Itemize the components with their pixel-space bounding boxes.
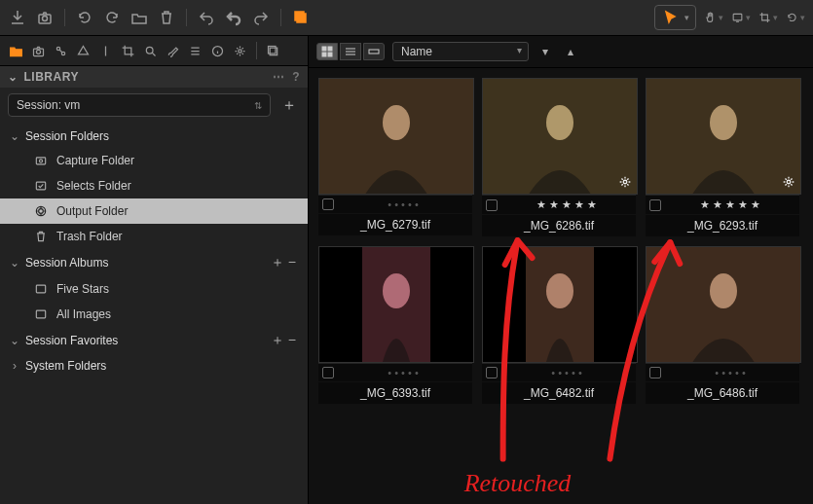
camera-icon[interactable]	[35, 8, 55, 27]
section-system-folders[interactable]: ›System Folders	[0, 354, 308, 378]
tool-gear-icon[interactable]	[232, 43, 248, 59]
add-button[interactable]: ＋	[271, 254, 288, 270]
main-toolbar: ▾▾▾▾▾	[0, 0, 813, 36]
tool-brush-icon[interactable]	[165, 43, 181, 59]
sort-selector[interactable]: Name	[392, 42, 529, 61]
sort-label: Name	[401, 45, 432, 58]
tool-line-icon[interactable]	[97, 43, 114, 59]
svg-point-33	[623, 180, 627, 184]
session-selector[interactable]: Session: vm ⇅	[8, 93, 271, 117]
tree-item-selects-folder[interactable]: Selects Folder	[0, 173, 308, 198]
tree-item-output-folder[interactable]: Output Folder	[0, 198, 308, 224]
thumbnail-image[interactable]	[646, 78, 801, 195]
star-rating[interactable]: ★ ★ ★ ★ ★	[501, 198, 632, 211]
rating-bar[interactable]: • • • • •	[318, 363, 472, 381]
section-session-albums[interactable]: ⌄Session Albums＋−	[0, 249, 308, 276]
tree-item-capture-folder[interactable]: Capture Folder	[0, 148, 308, 173]
trash-icon[interactable]	[157, 8, 176, 27]
import-icon[interactable]	[8, 8, 27, 27]
svg-point-15	[39, 160, 42, 162]
thumbnail-image[interactable]	[646, 246, 801, 363]
undo-bold-icon[interactable]	[224, 8, 243, 27]
thumbnail-image[interactable]	[318, 246, 474, 363]
rating-bar[interactable]: • • • • •	[318, 195, 472, 213]
select-checkbox[interactable]	[486, 199, 498, 211]
help-icon[interactable]: ?	[292, 70, 300, 84]
thumbnail[interactable]: • • • • •_MG_6279.tif	[318, 78, 472, 236]
capture-icon	[33, 153, 49, 168]
thumbnail-image[interactable]	[482, 78, 638, 195]
tool-shape-icon[interactable]	[75, 43, 92, 59]
svg-point-1	[43, 17, 48, 21]
tool-link-icon[interactable]	[53, 43, 69, 59]
tool-crop-icon[interactable]	[120, 43, 136, 59]
thumbnail-image[interactable]	[482, 246, 638, 363]
rotate-left-icon[interactable]	[75, 8, 94, 27]
gear-icon[interactable]	[781, 174, 796, 190]
star-rating[interactable]: ★ ★ ★ ★ ★	[665, 198, 795, 211]
sort-direction-button[interactable]: ▾	[536, 43, 554, 60]
select-checkbox[interactable]	[649, 367, 661, 378]
tool-list-icon[interactable]	[187, 43, 203, 59]
panel-layout-icon[interactable]	[265, 43, 281, 59]
folder-open-icon[interactable]	[129, 8, 149, 27]
svg-point-40	[546, 273, 573, 308]
select-checkbox[interactable]	[322, 198, 334, 210]
section-session-folders[interactable]: ⌄Session Folders	[0, 125, 308, 148]
hand-tool[interactable]: ▾	[704, 8, 723, 27]
select-checkbox[interactable]	[322, 367, 334, 378]
tree-item-label: All Images	[56, 307, 111, 321]
rating-bar[interactable]: • • • • •	[646, 363, 799, 381]
select-checkbox[interactable]	[486, 367, 498, 378]
rating-bar[interactable]: • • • • •	[482, 363, 636, 381]
windows-icon[interactable]	[291, 8, 311, 27]
rotate-tool[interactable]: ▾	[786, 8, 805, 27]
rating-bar[interactable]: ★ ★ ★ ★ ★	[482, 195, 636, 214]
tool-folder-icon[interactable]	[8, 43, 24, 59]
gear-icon[interactable]	[617, 174, 633, 190]
section-label: Session Folders	[25, 129, 109, 143]
star-rating[interactable]: • • • • •	[665, 367, 795, 378]
library-header[interactable]: ⌄ LIBRARY ⋯ ?	[0, 66, 308, 88]
thumbnail[interactable]: • • • • •_MG_6482.tif	[482, 246, 636, 404]
thumbnail[interactable]: • • • • •_MG_6486.tif	[646, 246, 799, 404]
list-view-button[interactable]	[340, 43, 361, 60]
remove-button[interactable]: −	[288, 254, 300, 270]
add-session-button[interactable]: ＋	[278, 94, 300, 116]
sort-direction-up-button[interactable]: ▴	[562, 43, 579, 60]
thumbnail[interactable]: ★ ★ ★ ★ ★_MG_6286.tif	[482, 78, 636, 236]
grid-view-button[interactable]	[316, 43, 338, 60]
section-label: System Folders	[25, 359, 106, 373]
redo-icon[interactable]	[251, 8, 271, 27]
more-icon[interactable]: ⋯	[273, 70, 285, 84]
add-button[interactable]: ＋	[271, 332, 288, 347]
tree-item-all-images[interactable]: All Images	[0, 302, 308, 327]
filmstrip-view-button[interactable]	[363, 43, 385, 60]
tool-camera-icon[interactable]	[30, 43, 47, 59]
screen-tool[interactable]: ▾	[731, 8, 751, 27]
tool-search-icon[interactable]	[142, 43, 159, 59]
star-rating[interactable]: • • • • •	[338, 367, 468, 378]
tree-item-five-stars[interactable]: Five Stars	[0, 276, 308, 302]
star-rating[interactable]: • • • • •	[338, 198, 468, 210]
filename-label: _MG_6286.tif	[482, 214, 636, 236]
section-session-favorites[interactable]: ⌄Session Favorites＋−	[0, 327, 308, 354]
rotate-right-icon[interactable]	[102, 8, 122, 27]
tool-info-icon[interactable]	[209, 43, 226, 59]
star-rating[interactable]: • • • • •	[501, 367, 632, 378]
tree-item-trash-folder[interactable]: Trash Folder	[0, 224, 308, 249]
crop-tool[interactable]: ▾	[758, 8, 778, 27]
tree-item-label: Output Folder	[56, 204, 128, 218]
svg-rect-28	[369, 50, 379, 54]
rating-bar[interactable]: ★ ★ ★ ★ ★	[646, 195, 799, 214]
thumbnail-grid: • • • • •_MG_6279.tif★ ★ ★ ★ ★_MG_6286.t…	[309, 68, 813, 504]
thumbnail[interactable]: ★ ★ ★ ★ ★_MG_6293.tif	[646, 78, 799, 236]
undo-icon[interactable]	[197, 8, 216, 27]
cursor-tool[interactable]: ▾	[654, 5, 696, 30]
thumbnail-image[interactable]	[318, 78, 474, 195]
select-checkbox[interactable]	[649, 199, 661, 211]
remove-button[interactable]: −	[288, 332, 300, 347]
browser-toolbar: Name ▾ ▴	[309, 36, 813, 68]
thumbnail[interactable]: • • • • •_MG_6393.tif	[318, 246, 472, 404]
filename-label: _MG_6486.tif	[646, 381, 799, 404]
